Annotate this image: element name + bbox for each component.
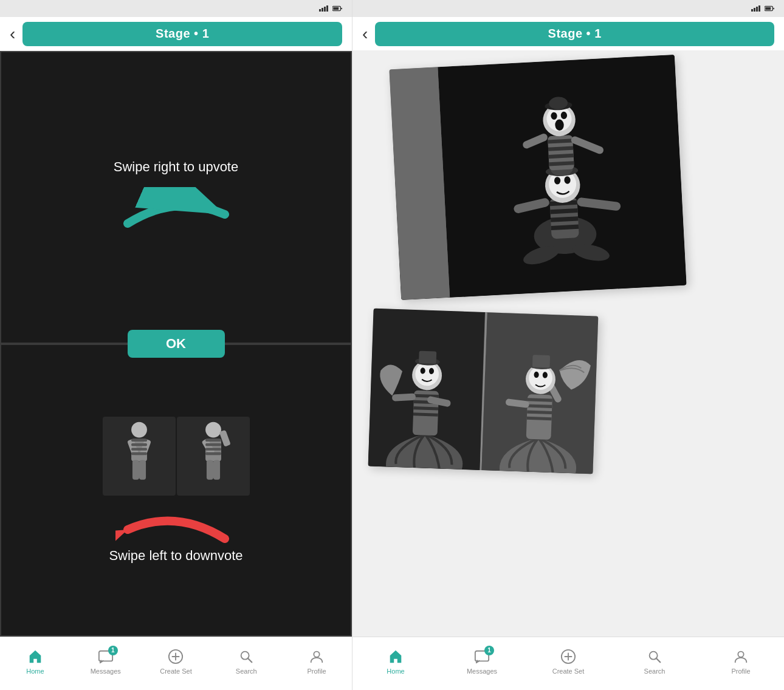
home-svg [27, 649, 43, 664]
downvote-instruction: Swipe left to downvote [109, 548, 242, 564]
right-search-svg [647, 649, 662, 664]
create-icon [167, 648, 184, 665]
right-tab-search[interactable]: Search [611, 648, 698, 675]
right-create-icon [560, 648, 577, 665]
swipe-left-arrow [115, 505, 237, 548]
right-tab-search-label: Search [644, 668, 665, 675]
svg-rect-14 [131, 439, 147, 442]
mime-right [177, 417, 250, 496]
mime-left [103, 417, 176, 496]
left-tab-profile-label: Profile [307, 668, 326, 675]
right-tab-home[interactable]: Home [352, 648, 439, 675]
left-status-icons [319, 5, 342, 12]
ok-label: OK [166, 336, 186, 352]
left-stage-badge: Stage • 1 [22, 22, 342, 46]
right-content-area [352, 51, 784, 637]
create-svg [168, 649, 184, 664]
left-tab-create-label: Create Set [160, 668, 192, 675]
left-back-button[interactable]: ‹ [10, 26, 15, 43]
messages-badge: 1 [108, 646, 118, 655]
right-tab-messages[interactable]: 1 Messages [439, 648, 525, 675]
right-tab-bar: Home 1 Messages Create Set [352, 637, 784, 690]
right-search-icon [646, 648, 663, 665]
svg-rect-23 [213, 460, 220, 479]
left-tab-messages-label: Messages [91, 668, 121, 675]
left-tab-messages[interactable]: 1 Messages [70, 648, 141, 675]
profile-svg [309, 649, 325, 664]
right-stage-text: Stage • 1 [548, 27, 602, 41]
right-battery-icon [765, 5, 774, 12]
ok-button[interactable]: OK [128, 330, 225, 358]
left-tab-search[interactable]: Search [211, 648, 281, 675]
right-tab-profile[interactable]: Profile [698, 648, 784, 675]
search-icon [238, 648, 255, 665]
small-card-right-svg [481, 312, 598, 474]
right-profile-icon [732, 648, 749, 665]
left-status-bar [0, 0, 352, 17]
left-content-area: Swipe right to upvote OK [0, 51, 352, 637]
svg-rect-3 [326, 5, 328, 12]
right-tab-home-label: Home [387, 668, 404, 675]
right-messages-badge: 1 [484, 646, 494, 655]
right-header: ‹ Stage • 1 [352, 17, 784, 51]
small-card-left-svg [368, 309, 485, 470]
right-tab-profile-label: Profile [731, 668, 750, 675]
photo-card-small [368, 309, 599, 474]
right-tab-create-label: Create Set [552, 668, 585, 675]
large-card-mime-svg [438, 55, 686, 300]
svg-line-107 [656, 658, 661, 662]
signal-icon [319, 5, 329, 12]
svg-rect-42 [773, 8, 774, 10]
svg-rect-5 [333, 7, 339, 10]
svg-rect-24 [205, 439, 221, 442]
left-tab-bar: Home 1 Messages Create Set [0, 637, 352, 690]
left-tab-home[interactable]: Home [0, 648, 70, 675]
profile-icon [308, 648, 325, 665]
left-tab-profile[interactable]: Profile [281, 648, 352, 675]
right-profile-svg [733, 649, 749, 664]
svg-rect-2 [324, 7, 326, 12]
svg-point-18 [205, 422, 221, 438]
mime-figure-right [183, 420, 244, 493]
right-tab-create[interactable]: Create Set [525, 648, 611, 675]
svg-rect-6 [341, 8, 342, 10]
svg-rect-101 [532, 355, 549, 367]
svg-rect-0 [319, 9, 321, 12]
right-signal-icon [751, 5, 761, 12]
right-home-icon [387, 648, 404, 665]
svg-rect-22 [206, 460, 213, 479]
svg-rect-25 [205, 443, 221, 446]
left-header: ‹ Stage • 1 [0, 17, 352, 51]
svg-rect-1 [322, 8, 323, 12]
right-stage-badge: Stage • 1 [375, 22, 774, 46]
right-messages-icon: 1 [473, 648, 490, 665]
svg-rect-87 [419, 351, 436, 364]
messages-icon: 1 [97, 648, 114, 665]
left-tab-create[interactable]: Create Set [141, 648, 211, 675]
right-create-svg [560, 649, 576, 664]
svg-rect-38 [756, 7, 758, 12]
battery-icon [332, 5, 342, 12]
svg-rect-36 [751, 9, 753, 12]
right-status-bar [352, 0, 784, 17]
right-phone-panel: ‹ Stage • 1 [352, 0, 784, 690]
tutorial-downvote-card: Swipe left to downvote [0, 344, 352, 637]
mime-figure-left [109, 420, 170, 493]
right-tab-messages-label: Messages [467, 668, 497, 675]
svg-rect-37 [754, 8, 755, 12]
svg-rect-16 [131, 448, 147, 451]
tutorial-upvote-card: Swipe right to upvote [0, 51, 352, 344]
mime-pair [103, 417, 250, 496]
home-icon [27, 648, 44, 665]
svg-rect-26 [205, 448, 221, 451]
svg-rect-13 [139, 460, 146, 479]
right-back-button[interactable]: ‹ [362, 26, 368, 43]
right-status-icons [751, 5, 774, 12]
svg-rect-15 [131, 443, 147, 446]
svg-point-8 [131, 422, 147, 438]
photo-card-large [389, 55, 686, 300]
svg-rect-17 [131, 453, 147, 456]
right-home-svg [388, 649, 404, 664]
svg-rect-27 [205, 453, 221, 456]
svg-point-35 [314, 651, 319, 657]
